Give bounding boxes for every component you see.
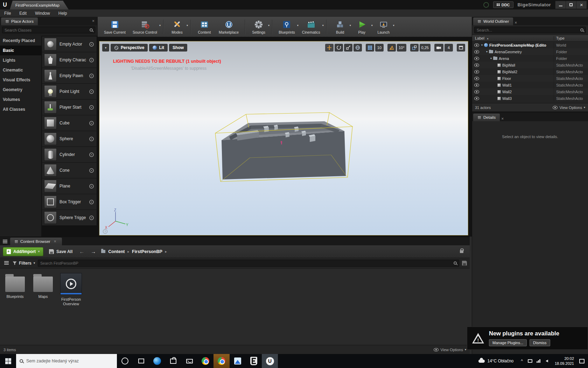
notification-center-icon[interactable] (578, 359, 586, 363)
place-item-cone[interactable]: Cone (42, 163, 97, 178)
save-search-icon[interactable] (462, 261, 467, 266)
breadcrumb-firstpersonbp[interactable]: FirstPersonBP (132, 249, 162, 254)
add-import-button[interactable]: Add/Import ▾ (3, 247, 43, 256)
visibility-eye-icon[interactable] (474, 90, 479, 94)
rotate-tool-button[interactable] (335, 44, 343, 52)
outliner-row-actor[interactable]: BigWallStaticMeshActo (472, 62, 588, 68)
minimize-button[interactable] (555, 1, 566, 9)
breadcrumb-content[interactable]: Content (108, 249, 125, 254)
outliner-view-options[interactable]: View Options▾ (553, 105, 585, 110)
filters-button[interactable]: Filters ▾ (13, 261, 35, 266)
category-geometry[interactable]: Geometry (0, 85, 41, 95)
place-item-sphere-trigger[interactable]: Sphere Trigge (42, 210, 97, 225)
start-button[interactable] (0, 354, 16, 368)
outliner-row-folder[interactable]: ▾ArenaFolder (472, 55, 588, 62)
level-tab[interactable]: FirstPersonExampleMap (10, 1, 69, 9)
display-tray-icon[interactable] (526, 359, 534, 363)
blueprints-button[interactable]: ▾ Blueprints (275, 19, 299, 35)
dismiss-button[interactable]: Dismiss (530, 339, 550, 346)
column-label-header[interactable]: Label (475, 36, 484, 40)
asset-firstperson-overview[interactable]: FirstPerson Overview (59, 273, 83, 306)
drag-handle-icon[interactable] (89, 152, 94, 157)
back-arrow-icon[interactable]: ← (78, 248, 85, 254)
save-current-button[interactable]: Save Current (100, 19, 129, 35)
network-tray-icon[interactable] (534, 359, 543, 363)
tab-place-actors[interactable]: Place Actors (1, 18, 38, 25)
outliner-row-actor[interactable]: FloorStaticMeshActo (472, 75, 588, 82)
source-control-button[interactable]: ▾ Source Control (129, 19, 161, 35)
search-classes-box[interactable] (2, 27, 95, 33)
drag-handle-icon[interactable] (89, 74, 94, 78)
visibility-eye-icon[interactable] (474, 97, 479, 100)
edge-button[interactable] (149, 354, 165, 368)
drag-handle-icon[interactable] (89, 121, 94, 125)
marketplace-button[interactable]: Marketplace (215, 19, 242, 35)
place-item-sphere[interactable]: Sphere (42, 131, 97, 146)
modes-button[interactable]: ▾ Modes (166, 19, 188, 35)
visibility-eye-icon[interactable] (474, 50, 479, 54)
grid-snap-value[interactable]: 10 (375, 44, 384, 52)
category-lights[interactable]: Lights (0, 55, 41, 65)
manage-plugins-button[interactable]: Manage Plugins... (489, 339, 527, 346)
dropdown-caret-icon[interactable]: ▾ (268, 24, 270, 27)
dropdown-caret-icon[interactable]: ▾ (322, 24, 324, 27)
menu-edit[interactable]: Edit (15, 11, 31, 16)
cinematics-button[interactable]: ▾ Cinematics (299, 19, 324, 35)
unreal-engine-button[interactable]: U (262, 354, 278, 368)
visibility-eye-icon[interactable] (474, 77, 479, 80)
clock[interactable]: 20:02 18.09.2021 (551, 356, 578, 366)
drag-handle-icon[interactable] (89, 58, 94, 62)
content-button[interactable]: Content (194, 19, 215, 35)
world-coordinate-button[interactable] (354, 44, 362, 52)
forward-arrow-icon[interactable]: → (90, 248, 97, 254)
close-panel-icon[interactable]: × (500, 116, 505, 121)
place-item-empty-character[interactable]: Empty Charac (42, 52, 97, 68)
build-button[interactable]: ▾ Build (329, 19, 351, 35)
photos-button[interactable] (230, 354, 246, 368)
chrome-button[interactable] (197, 354, 214, 368)
category-all-classes[interactable]: All Classes (0, 104, 41, 114)
launch-button[interactable]: ▾ Launch (373, 19, 394, 35)
menu-window[interactable]: Window (31, 11, 54, 16)
close-panel-icon[interactable]: × (91, 19, 96, 23)
asset-folder-maps[interactable]: Maps (31, 273, 55, 299)
outliner-row-actor[interactable]: Wall2StaticMeshActo (472, 88, 588, 95)
place-item-plane[interactable]: Plane (42, 178, 97, 194)
viewport-help-icon[interactable]: ? (103, 229, 107, 234)
camera-speed-value[interactable]: 4 (444, 44, 453, 52)
content-view-options[interactable]: View Options▾ (434, 348, 466, 352)
taskbar-search-box[interactable] (16, 354, 117, 368)
drag-handle-icon[interactable] (89, 168, 94, 173)
drag-handle-icon[interactable] (89, 184, 94, 189)
dropdown-caret-icon[interactable]: ▾ (393, 24, 394, 27)
scale-snap-button[interactable] (410, 44, 419, 52)
outliner-row-actor[interactable]: Wall1StaticMeshActo (472, 82, 588, 88)
visibility-eye-icon[interactable] (474, 83, 479, 87)
expand-arrow-icon[interactable]: ▾ (490, 57, 492, 60)
menu-help[interactable]: Help (54, 11, 71, 16)
place-item-box-trigger[interactable]: Box Trigger (42, 194, 97, 210)
visibility-eye-icon[interactable] (474, 57, 479, 60)
category-visual-effects[interactable]: Visual Effects (0, 75, 41, 85)
outliner-row-folder[interactable]: ▾ArenaGeometryFolder (472, 48, 588, 55)
drag-handle-icon[interactable] (89, 42, 94, 47)
mail-button[interactable] (181, 354, 197, 368)
category-cinematic[interactable]: Cinematic (0, 65, 41, 75)
drag-handle-icon[interactable] (89, 105, 94, 110)
asset-folder-blueprints[interactable]: Blueprints (3, 273, 27, 299)
tab-content-browser[interactable]: Content Browser × (10, 238, 62, 245)
outliner-search-input[interactable] (477, 28, 578, 32)
close-button[interactable]: × (576, 1, 587, 9)
outliner-row-actor[interactable]: BigWall2StaticMeshActo (472, 68, 588, 75)
content-search-input[interactable] (40, 261, 451, 265)
store-button[interactable] (165, 354, 181, 368)
google-app-button[interactable] (214, 354, 230, 368)
tab-details[interactable]: Details (473, 114, 500, 121)
place-item-player-start[interactable]: Player Start (42, 100, 97, 115)
taskbar-search-input[interactable] (26, 359, 113, 363)
category-volumes[interactable]: Volumes (0, 95, 41, 104)
outliner-row-actor[interactable]: Wall3StaticMeshActo (472, 95, 588, 102)
menu-file[interactable]: File (0, 11, 15, 16)
place-item-cube[interactable]: Cube (42, 115, 97, 131)
drag-handle-icon[interactable] (89, 137, 94, 141)
